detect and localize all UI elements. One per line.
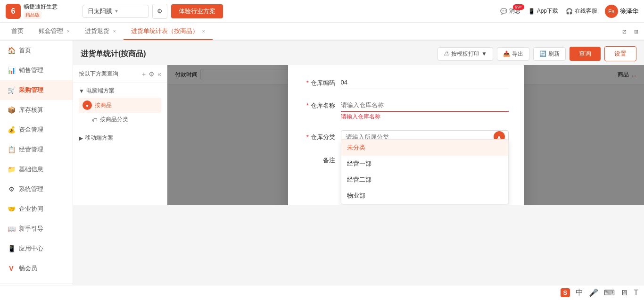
- query-button[interactable]: 查询: [570, 47, 601, 61]
- sales-icon: 📊: [8, 67, 15, 74]
- name-label: 仓库名称: [303, 99, 341, 110]
- plan-section-pc: ▼ 电脑端方案 ● 按商品 🏷 按商品分类: [73, 83, 167, 130]
- page-header: 进货单统计(按商品) 🖨 按模板打印 ▼ 📤 导出 🔄 刷新 查询 设置: [73, 41, 644, 65]
- online-service-item[interactable]: 🎧 在线客服: [566, 7, 597, 15]
- tab-purchase-stats[interactable]: 进货单统计表（按商品） ×: [124, 23, 213, 40]
- trial-button[interactable]: 体验行业方案: [171, 4, 223, 18]
- guide-icon: 📖: [8, 225, 15, 233]
- avatar: Ea: [605, 5, 618, 18]
- sidebar-item-vip[interactable]: V 畅会员: [0, 258, 73, 278]
- sidebar-label-operations: 经营管理: [19, 145, 43, 154]
- active-dot: ●: [83, 100, 92, 110]
- plan-title-pc[interactable]: ▼ 电脑端方案: [79, 87, 161, 95]
- tab-close-purchase-stats[interactable]: ×: [202, 29, 205, 34]
- sidebar-item-inventory[interactable]: 📦 库存核算: [0, 100, 73, 120]
- settings-icon[interactable]: ⚙: [152, 4, 167, 19]
- bottom-mic-icon[interactable]: 🎤: [589, 288, 598, 297]
- sidebar-item-finance[interactable]: 💰 资金管理: [0, 120, 73, 140]
- dropdown-item-dept1[interactable]: 经营一部: [341, 156, 508, 172]
- sidebar-item-guide[interactable]: 📖 新手引导: [0, 219, 73, 239]
- purchase-icon: 🛒: [8, 86, 15, 94]
- warehouse-name-input[interactable]: [341, 99, 509, 112]
- sidebar-item-system[interactable]: ⚙ 系统管理: [0, 179, 73, 199]
- form-row-code: 仓库编码: [303, 76, 509, 89]
- tab-minimize-icon[interactable]: ⧄: [620, 25, 628, 37]
- sidebar-label-finance: 资金管理: [19, 125, 43, 134]
- sidebar-item-sales[interactable]: 📊 销售管理: [0, 60, 73, 80]
- sidebar-label-vip: 畅会员: [19, 264, 37, 273]
- query-panel-header: 按以下方案查询 + ⚙ «: [73, 65, 167, 83]
- bottom-keyboard-icon[interactable]: ⌨: [604, 288, 615, 297]
- inventory-icon: 📦: [8, 106, 15, 114]
- collapse-btn[interactable]: «: [157, 70, 161, 78]
- dropdown-item-dept2[interactable]: 经营二部: [341, 172, 508, 188]
- export-button[interactable]: 📤 导出: [497, 47, 529, 61]
- sidebar-item-enterprise[interactable]: 🤝 企业协同: [0, 199, 73, 219]
- user-avatar-area[interactable]: Ea 徐泽华: [605, 5, 638, 18]
- bottom-bar: S 中 🎤 ⌨ 🖥 T: [0, 285, 644, 300]
- sidebar-label-enterprise: 企业协同: [19, 205, 43, 213]
- content-area: 进货单统计(按商品) 🖨 按模板打印 ▼ 📤 导出 🔄 刷新 查询 设置: [73, 41, 644, 300]
- messages-item[interactable]: 💬 消息 99+: [500, 7, 520, 15]
- system-icon: ⚙: [8, 185, 15, 193]
- message-icon: 💬: [500, 8, 507, 15]
- finance-icon: 💰: [8, 126, 15, 133]
- sidebar-item-apps[interactable]: 📱 应用中心: [0, 239, 73, 258]
- user-name: 徐泽华: [620, 7, 638, 16]
- sidebar-item-basic-info[interactable]: 📁 基础信息: [0, 159, 73, 179]
- form-row-name: 仓库名称 请输入仓库名称: [303, 99, 509, 121]
- bottom-t-icon[interactable]: T: [634, 289, 638, 297]
- sidebar-label-inventory: 库存核算: [19, 106, 43, 114]
- print-icon: 🖨: [444, 50, 449, 57]
- sidebar-label-purchase: 采购管理: [19, 86, 43, 94]
- sidebar-item-operations[interactable]: 📋 经营管理: [0, 140, 73, 159]
- print-button[interactable]: 🖨 按模板打印 ▼: [438, 47, 493, 61]
- header-right: 💬 消息 99+ 📱 App下载 🎧 在线客服 Ea 徐泽华: [500, 5, 638, 18]
- tab-home[interactable]: 首页: [4, 23, 31, 40]
- name-error-text: 请输入仓库名称: [341, 113, 509, 121]
- plan-label-by-category: 按商品分类: [100, 116, 128, 124]
- sidebar: 🏠 首页 📊 销售管理 🛒 采购管理 📦 库存核算 💰 资金管理 📋 经营管理 …: [0, 41, 73, 300]
- code-field: [341, 76, 509, 89]
- sidebar-label-apps: 应用中心: [19, 244, 43, 253]
- home-icon: 🏠: [8, 47, 15, 54]
- query-panel-title: 按以下方案查询: [79, 70, 118, 78]
- sidebar-item-home[interactable]: 🏠 首页: [0, 41, 73, 60]
- refresh-button[interactable]: 🔄 刷新: [533, 47, 566, 61]
- warehouse-code-input[interactable]: [341, 76, 509, 89]
- enterprise-icon: 🤝: [8, 205, 15, 213]
- tab-purchase-return[interactable]: 进货退货 ×: [77, 23, 124, 40]
- plan-title-mobile[interactable]: ▶ 移动端方案: [79, 134, 161, 142]
- settings-button[interactable]: 设置: [604, 46, 636, 61]
- tab-expand-icon[interactable]: ⧆: [632, 25, 640, 37]
- plan-item-by-product[interactable]: ● 按商品: [79, 98, 161, 113]
- plan-settings-btn[interactable]: ⚙: [149, 70, 155, 78]
- bottom-s-icon[interactable]: S: [561, 288, 570, 297]
- dropdown-item-unclassified[interactable]: 未分类: [341, 140, 508, 156]
- sidebar-label-basic-info: 基础信息: [19, 165, 43, 174]
- tab-account[interactable]: 账套管理 ×: [31, 23, 77, 40]
- bottom-monitor-icon[interactable]: 🖥: [620, 289, 628, 297]
- category-label: 仓库分类: [303, 130, 341, 142]
- page-title: 进货单统计(按商品): [81, 49, 146, 59]
- tab-bar-right: ⧄ ⧆: [620, 25, 640, 37]
- sidebar-label-guide: 新手引导: [19, 225, 43, 233]
- dropdown-item-property[interactable]: 物业部: [341, 188, 508, 204]
- tab-close-purchase-return[interactable]: ×: [113, 29, 116, 34]
- basic-info-icon: 📁: [8, 166, 15, 173]
- tab-close-account[interactable]: ×: [67, 29, 70, 34]
- bottom-cn-icon[interactable]: 中: [576, 288, 583, 298]
- sidebar-item-purchase[interactable]: 🛒 采购管理: [0, 80, 73, 100]
- app-download-item[interactable]: 📱 App下载: [528, 7, 558, 15]
- query-panel: 按以下方案查询 + ⚙ « ▼ 电脑端方案 ● 按商品: [73, 65, 167, 205]
- triangle-icon-mobile: ▶: [79, 135, 83, 142]
- store-selector[interactable]: 日太阳膜 ▼: [83, 5, 149, 18]
- plan-icon-category: 🏷: [92, 117, 97, 123]
- main-content: 付款时间 单据状态 商品 ... 📊 请选: [167, 65, 644, 205]
- sidebar-label-sales: 销售管理: [19, 66, 43, 75]
- plan-section-mobile: ▶ 移动端方案: [73, 130, 167, 149]
- plan-item-by-category[interactable]: 🏷 按商品分类: [79, 113, 161, 126]
- add-plan-btn[interactable]: +: [142, 70, 146, 78]
- top-header: 6 畅捷通好生意 精品版 日太阳膜 ▼ ⚙ 体验行业方案 💬 消息 99+ 📱 …: [0, 0, 644, 23]
- form-row-category: 仓库分类 ▲ 未分类 经营一部: [303, 130, 509, 144]
